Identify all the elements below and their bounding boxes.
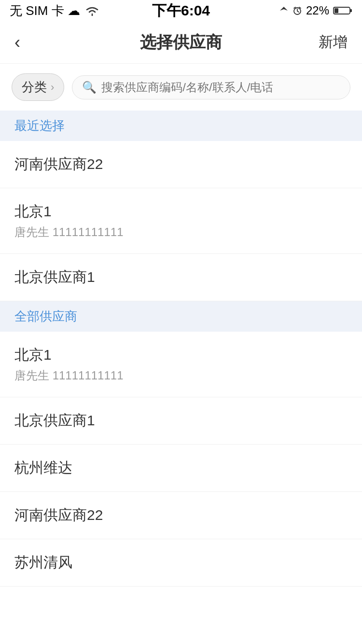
search-icon: 🔍 [82,81,97,94]
item-name: 北京1 [14,202,348,222]
wifi-icon [85,5,99,16]
recent-list: 河南供应商22北京1唐先生 11111111111北京供应商1 [0,141,362,301]
recent-section-header: 最近选择 [0,111,362,141]
item-name: 北京供应商1 [14,411,348,431]
item-sub: 唐先生 11111111111 [14,368,348,383]
list-item[interactable]: 北京供应商1 [0,397,362,445]
all-section-label: 全部供应商 [14,309,77,323]
all-section-header: 全部供应商 [0,301,362,332]
list-item[interactable]: 苏州清风 [0,539,362,587]
list-item[interactable]: 河南供应商22 [0,492,362,539]
filter-bar: 分类 › 🔍 [0,64,362,111]
item-sub: 唐先生 11111111111 [14,224,348,240]
item-name: 北京供应商1 [14,267,348,287]
nav-bar: ‹ 选择供应商 新增 [0,21,362,64]
back-button[interactable]: ‹ [14,32,43,53]
page-title: 选择供应商 [140,31,222,54]
status-left: 无 SIM 卡 ☁ [10,2,99,19]
new-button[interactable]: 新增 [319,32,348,52]
category-label: 分类 [22,79,47,96]
list-item[interactable]: 北京1唐先生 11111111111 [0,332,362,397]
item-name: 苏州清风 [14,553,348,573]
item-name: 河南供应商22 [14,154,348,174]
search-box: 🔍 [72,75,350,99]
status-bar: 无 SIM 卡 ☁ 下午6:04 22% [0,0,362,21]
category-button[interactable]: 分类 › [12,73,64,101]
alarm-icon [292,6,302,15]
item-name: 北京1 [14,345,348,365]
chevron-right-icon: › [51,81,54,94]
item-name: 河南供应商22 [14,505,348,525]
battery-text: 22% [306,4,329,17]
list-item[interactable]: 河南供应商22 [0,141,362,188]
status-right: 22% [279,4,352,17]
sim-status: 无 SIM 卡 ☁ [10,2,80,19]
status-time: 下午6:04 [152,1,210,21]
list-item[interactable]: 杭州维达 [0,445,362,492]
item-name: 杭州维达 [14,458,348,478]
battery-icon [333,6,352,15]
list-item[interactable]: 北京供应商1 [0,254,362,301]
all-list: 北京1唐先生 11111111111北京供应商1杭州维达河南供应商22苏州清风 [0,332,362,587]
search-input[interactable] [101,81,340,94]
recent-section-label: 最近选择 [14,118,65,133]
svg-rect-2 [350,9,352,12]
list-item[interactable]: 北京1唐先生 11111111111 [0,188,362,254]
svg-rect-3 [334,8,338,13]
location-icon [279,6,289,15]
